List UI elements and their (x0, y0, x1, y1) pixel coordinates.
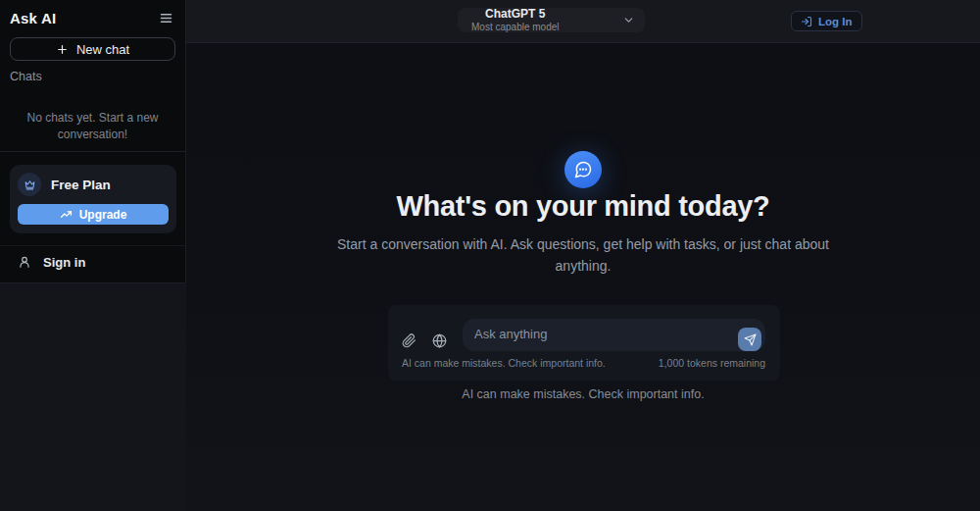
sidebar-header: Ask AI (10, 6, 175, 29)
model-selector[interactable]: ChatGPT 5 Most capable model (458, 8, 645, 32)
log-in-label: Log In (818, 16, 853, 27)
attach-file-button[interactable] (400, 332, 418, 350)
plan-name: Free Plan (51, 178, 111, 192)
model-selector-texts: ChatGPT 5 Most capable model (471, 8, 560, 31)
composer-disclaimer: AI can make mistakes. Check important in… (402, 357, 606, 369)
upgrade-button[interactable]: Upgrade (18, 204, 169, 225)
sidebar: Ask AI New chat Chats No chats yet. Star… (0, 0, 186, 283)
upgrade-label: Upgrade (79, 208, 127, 222)
paperclip-icon (402, 333, 416, 348)
topbar: ChatGPT 5 Most capable model Log In (186, 0, 980, 43)
sidebar-toggle-button[interactable] (157, 9, 175, 27)
model-description: Most capable model (471, 22, 560, 32)
plan-card: Free Plan Upgrade (10, 165, 176, 233)
sidebar-divider (0, 151, 185, 152)
signin-divider (0, 245, 185, 246)
plan-row: Free Plan (18, 173, 111, 196)
plus-icon (56, 43, 69, 56)
log-in-icon (801, 16, 812, 27)
trending-up-icon (60, 208, 73, 221)
model-name: ChatGPT 5 (485, 8, 545, 21)
main-content: What's on your mind today? Start a conve… (186, 43, 980, 511)
web-search-button[interactable] (430, 332, 449, 350)
chats-section-header: Chats (10, 70, 42, 83)
hamburger-menu-icon (159, 11, 173, 26)
sign-in-label: Sign in (43, 255, 85, 270)
log-in-button[interactable]: Log In (791, 11, 862, 31)
footer-disclaimer: AI can make mistakes. Check important in… (186, 387, 980, 401)
message-input[interactable] (463, 319, 765, 351)
globe-icon (432, 333, 447, 348)
app-title: Ask AI (10, 10, 56, 26)
crown-icon (18, 173, 41, 196)
tokens-remaining: 1,000 tokens remaining (659, 357, 765, 369)
user-icon (18, 255, 31, 269)
sign-in-button[interactable]: Sign in (10, 248, 175, 276)
send-button[interactable] (738, 328, 761, 351)
new-chat-label: New chat (76, 42, 129, 57)
chevron-down-icon (622, 14, 635, 26)
send-icon (744, 333, 757, 346)
composer-panel: AI can make mistakes. Check important in… (388, 305, 780, 381)
new-chat-button[interactable]: New chat (10, 37, 175, 61)
page-subtitle: Start a conversation with AI. Ask questi… (314, 234, 853, 277)
main-area: ChatGPT 5 Most capable model Log In What… (186, 0, 980, 511)
page-title: What's on your mind today? (186, 190, 980, 223)
app-screen: Ask AI New chat Chats No chats yet. Star… (0, 0, 980, 511)
chat-bubble-icon (564, 151, 602, 188)
chats-empty-message: No chats yet. Start a new conversation! (12, 110, 173, 143)
